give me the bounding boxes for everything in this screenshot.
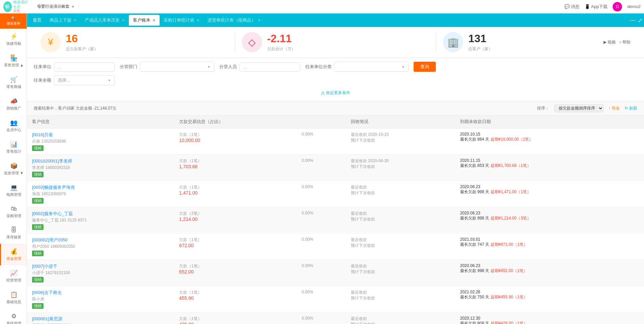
app-container: 畅 畅 畅捷通好生意 示范 母婴行业演示账套 ▼ 💬 消息 📱 App下载 D … [0,0,644,324]
col-recovery: 回收情况 [346,115,455,128]
cell-customer-info-6: [0006]去下粮仓 陈小弟 现销 [27,286,174,313]
sidebar-item-batch-mgmt[interactable]: 📦 批发管理 ▼ [0,158,27,180]
total-customers-label: 总客户（家） [468,46,493,52]
debt-amount-3[interactable]: 1,214.00 [179,216,291,222]
sidebar-item-ecommerce[interactable]: 💻 电商管理 [0,180,27,201]
sidebar-item-operations[interactable]: 📈 经营管理 [0,265,27,287]
customer-id-2[interactable]: [0003]畅捷服务尹海燕 [32,184,169,190]
tab-close-inbound[interactable]: ✕ [258,18,261,23]
tab-account[interactable]: 客户账本 ✕ [129,15,160,26]
debt-customers-label: 总欠款客户（家） [66,46,98,52]
refresh-button[interactable]: ↻ 刷新 [625,106,637,111]
overdue-days-5: 最长欠款 998 天 超期¥652.00（1笔） [460,268,639,274]
manager-input[interactable]: ... [240,62,300,71]
batch-mgmt-icon: 📦 [10,162,18,170]
debt-amount-6[interactable]: 455.90 [179,295,291,301]
members-icon: 👥 [10,119,18,126]
sidebar-item-search-menu[interactable]: 🔍 搜索菜单 [0,13,27,29]
cell-recovery-7: 最近收款 预计下次收款 [346,313,455,324]
debt-percent-6: 0.00% [302,290,340,294]
stat-info-debt-total: -2.11 欠款合计（万） [267,32,296,52]
debt-percent-7: 0.00% [302,316,340,321]
tab-close-products[interactable]: ✕ [74,18,77,23]
store-selector[interactable]: 母婴行业演示账套 ▼ [34,4,79,9]
sidebar-item-retail-mall[interactable]: 🛒 零售商城 [0,72,27,93]
sort-select[interactable]: 按欠款金额倒序排序 [554,104,604,112]
overdue-amount-7[interactable]: 超期¥429.00（1笔） [491,321,528,324]
debt-amount-1[interactable]: 1,703.68 [179,164,291,169]
balance-select[interactable]: 选择... ▼ [54,75,115,85]
next-recovery-4: 预计下次收款 [351,243,450,248]
tab-maximize-icon[interactable]: ⤢ [638,17,642,24]
category-dropdown-icon: ▼ [401,65,405,69]
table-row: [0001020001]李老师 李老师 18600391516 现销 欠款（1笔… [27,155,644,181]
ecommerce-icon: 💻 [10,184,18,191]
table-header-row: 客户信息 欠款交易信息（占比） 回收情况 到期未收款日期 [27,115,644,128]
customer-id-1[interactable]: [0001020001]李老师 [32,158,169,164]
customer-id-5[interactable]: [0007]小进干 [32,263,169,269]
customer-id-3[interactable]: [0002]服务中心_丁磊 [32,211,169,217]
collapse-button[interactable]: ⋀ 收起更多条件 [34,89,637,97]
tab-purchase[interactable]: 采购订单统计表 ✕ [160,15,203,26]
sidebar-item-quick-nav[interactable]: ⚡ 快捷导航 [0,29,27,50]
manager-label: 分管人员 [219,64,237,70]
tab-close-purchase[interactable]: ✕ [196,18,199,23]
sidebar-item-inventory[interactable]: 🗄 库存核算 [0,223,27,244]
customer-id-7[interactable]: [000001]黄思源 [32,316,169,322]
tab-home[interactable]: 首页 [29,15,46,26]
tab-products[interactable]: 商品上下架 ✕ [46,15,81,26]
sidebar-item-purchase-mgmt[interactable]: 🛍 采购管理 [0,201,27,223]
overdue-amount-4[interactable]: 超期¥672.00（1笔） [491,242,528,247]
debt-amount-7[interactable]: 429.00 [179,322,291,324]
tab-close-account[interactable]: ✕ [152,18,156,23]
customer-id-4[interactable]: [000002]用户2050 [32,237,169,243]
next-recovery-7: 预计下次收款 [351,322,450,324]
overdue-amount-2[interactable]: 超期¥1,471.00（1笔） [491,189,531,194]
top-bar: 畅 畅 畅捷通好生意 示范 母婴行业演示账套 ▼ 💬 消息 📱 App下载 D … [0,0,644,13]
logo-icon: 畅 [3,1,12,12]
search-button[interactable]: 查询 [414,62,436,72]
sidebar-item-system[interactable]: ⚙ 系统管理 [0,308,27,324]
export-button[interactable]: ↑ 导出 [609,106,620,111]
customer-id-0[interactable]: [0016]吕俊 [32,132,169,138]
overdue-amount-3[interactable]: 超期¥1,214.00（3笔） [491,216,531,220]
debt-amount-4[interactable]: 672.00 [179,243,291,248]
sidebar-item-basic-info[interactable]: 📋 基础信息 [0,287,27,308]
table-container: 客户信息 欠款交易信息（占比） 回收情况 到期未收款日期 [0016]吕俊 吕俊… [27,115,644,324]
category-input[interactable]: ▼ [334,62,409,72]
view-video-btn[interactable]: ▶ 视频 [604,39,616,45]
due-date-6: 2021.02.26 [460,290,639,294]
export-icon: ↑ [609,106,611,111]
debt-amount-5[interactable]: 652.00 [179,269,291,274]
sidebar-item-marketing[interactable]: 📣 营销推广 [0,93,27,115]
branch-input[interactable]: ▼ [140,62,214,72]
sidebar-item-finance[interactable]: 💰 资金管理 [0,244,27,265]
cell-recovery-6: 最近收款 预计下次收款 [346,286,455,313]
app-download-link[interactable]: 📱 App下载 [585,4,608,10]
tab-history[interactable]: 产成品入库单历史 ✕ [81,15,129,26]
tab-close-history[interactable]: ✕ [122,18,125,23]
help-btn[interactable]: ○ 帮助 [619,39,631,45]
overdue-amount-5[interactable]: 超期¥652.00（1笔） [491,268,528,273]
source-unit-input[interactable]: ... [54,62,115,71]
last-recovery-3: 最近收款 [351,211,450,216]
stat-card-total-customers: 🏢 131 总客户（家） ▶ 视频 ○ 帮助 [436,32,637,52]
overdue-amount-0[interactable]: 超期¥10,000.00（1笔） [491,137,533,142]
sidebar-item-retail-stats[interactable]: 📊 零售统计 [0,137,27,158]
overdue-amount-1[interactable]: 超期¥1,703.68（1笔） [491,163,531,168]
table-row: [0003]畅捷服务尹海燕 海燕 18513066976 现销 欠款（1笔） 1… [27,181,644,207]
customer-sub-4: 用户2050 18665062050 [32,244,169,249]
sidebar-item-retail-mgmt[interactable]: 🏪 零售管理 ▲ [0,50,27,72]
tab-minimize-icon[interactable]: — [630,17,635,24]
debt-amount-0[interactable]: 10,000.00 [179,138,291,143]
tab-inbound[interactable]: 进货单统计表（按商品） ✕ [203,15,265,26]
col-customer-info: 客户信息 [27,115,174,128]
overdue-amount-6[interactable]: 超期¥455.90（1笔） [491,295,528,299]
debt-total-label: 欠款合计（万） [267,46,296,52]
sidebar-item-members[interactable]: 👥 会员中心 [0,115,27,137]
customer-tag-1: 现销 [32,172,44,177]
debt-amount-2[interactable]: 1,471.00 [179,190,291,196]
message-link[interactable]: 💬 消息 [564,4,580,10]
cell-debt-info-4: 欠款（1笔） 672.00 [174,234,297,260]
customer-id-6[interactable]: [0006]去下粮仓 [32,290,169,296]
